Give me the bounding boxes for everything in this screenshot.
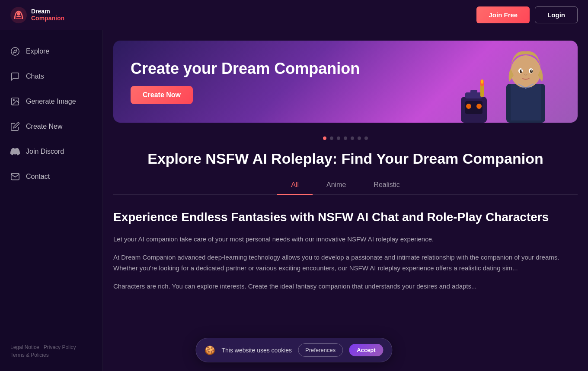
cookie-icon: 🍪 [205, 345, 215, 355]
logo-companion: Companion [31, 15, 64, 22]
logo-text: Dream Companion [31, 8, 64, 22]
svg-marker-3 [13, 50, 17, 53]
create-now-button[interactable]: Create Now [131, 86, 193, 104]
sidebar-item-generate-image[interactable]: Generate Image [0, 89, 102, 114]
tab-realistic[interactable]: Realistic [360, 176, 413, 195]
svg-point-13 [530, 70, 533, 73]
layout: Explore Chats Generate Image [0, 0, 588, 371]
header: Dream Companion Join Free Login [0, 0, 588, 30]
join-free-button[interactable]: Join Free [476, 6, 530, 23]
login-button[interactable]: Login [535, 6, 578, 23]
hero-character-svg [483, 41, 569, 123]
tab-all[interactable]: All [277, 176, 313, 195]
svg-point-14 [521, 70, 522, 72]
logo[interactable]: Dream Companion [10, 7, 64, 23]
sidebar-label-chats: Chats [26, 73, 44, 80]
content-section: Experience Endless Fantasies with NSFW A… [113, 205, 578, 303]
main-content: Create your Dream Companion Create Now [103, 30, 588, 371]
logo-dream: Dream [31, 8, 64, 15]
cookie-text: This website uses cookies [221, 347, 292, 354]
tab-anime[interactable]: Anime [313, 176, 360, 195]
header-buttons: Join Free Login [476, 6, 578, 23]
pencil-icon [10, 122, 20, 131]
sidebar-label-generate-image: Generate Image [26, 98, 76, 105]
image-icon [10, 97, 20, 106]
svg-rect-21 [465, 92, 483, 98]
sidebar-nav: Explore Chats Generate Image [0, 39, 102, 336]
sidebar-label-join-discord: Join Discord [26, 148, 64, 155]
svg-point-1 [17, 12, 20, 16]
sidebar-item-create-new[interactable]: Create New [0, 114, 102, 139]
content-para3: Characters are rich. You can explore int… [113, 281, 578, 292]
svg-point-19 [466, 104, 471, 109]
discord-icon [10, 147, 20, 156]
explore-heading: Explore NSFW AI Roleplay: Find Your Drea… [113, 150, 578, 167]
svg-point-2 [11, 48, 19, 55]
sidebar-label-contact: Contact [26, 173, 50, 181]
content-para2: At Dream Companion advanced deep-learnin… [113, 252, 578, 274]
sidebar-label-create-new: Create New [26, 123, 62, 130]
svg-point-25 [481, 79, 483, 84]
svg-rect-22 [470, 90, 477, 93]
hero-title: Create your Dream Companion [131, 59, 360, 78]
accept-button[interactable]: Accept [349, 344, 383, 356]
dot-7 [364, 136, 368, 140]
dot-1 [323, 136, 326, 140]
dot-5 [351, 136, 354, 140]
dot-4 [344, 136, 347, 140]
hero-text: Create your Dream Companion Create Now [131, 59, 360, 104]
dot-2 [330, 136, 333, 140]
dot-6 [358, 136, 361, 140]
svg-point-15 [531, 70, 532, 72]
content-heading: Experience Endless Fantasies with NSFW A… [113, 209, 578, 225]
sidebar: Explore Chats Generate Image [0, 30, 103, 371]
svg-rect-7 [511, 84, 541, 120]
sidebar-item-explore[interactable]: Explore [0, 39, 102, 64]
dot-3 [337, 136, 340, 140]
explore-section: Explore NSFW AI Roleplay: Find Your Drea… [113, 150, 578, 195]
privacy-policy-link[interactable]: Privacy Policy [44, 344, 76, 350]
sidebar-footer: Legal Notice Privacy Policy Terms & Poli… [0, 336, 102, 362]
svg-point-12 [520, 70, 522, 73]
dots-row [113, 136, 578, 140]
hero-image [396, 41, 578, 123]
svg-point-20 [476, 104, 482, 109]
sidebar-item-join-discord[interactable]: Join Discord [0, 139, 102, 164]
legal-notice-link[interactable]: Legal Notice [10, 344, 39, 350]
chat-icon [10, 72, 20, 81]
svg-point-9 [511, 55, 541, 88]
cookie-banner: 🍪 This website uses cookies Preferences … [195, 338, 392, 362]
logo-icon [10, 7, 27, 23]
tab-bar: All Anime Realistic [113, 176, 578, 195]
content-para1: Let your AI companion take care of your … [113, 234, 578, 245]
hero-robot-svg [452, 75, 495, 123]
svg-rect-16 [519, 87, 532, 88]
compass-icon [10, 47, 20, 56]
svg-point-5 [13, 99, 14, 101]
preferences-button[interactable]: Preferences [298, 343, 343, 357]
contact-icon [10, 172, 20, 181]
sidebar-label-explore: Explore [26, 48, 49, 55]
hero-banner: Create your Dream Companion Create Now [113, 41, 578, 123]
sidebar-item-contact[interactable]: Contact [0, 164, 102, 189]
sidebar-footer-links: Legal Notice Privacy Policy [10, 344, 92, 350]
sidebar-item-chats[interactable]: Chats [0, 64, 102, 89]
terms-link[interactable]: Terms & Policies [10, 352, 92, 358]
